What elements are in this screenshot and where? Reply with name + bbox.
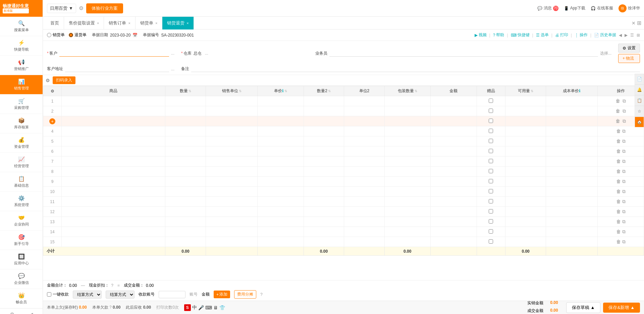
tab-sales-delivery-close[interactable]: × xyxy=(155,21,157,25)
gift-checkbox-14[interactable] xyxy=(489,229,493,234)
app-download-item[interactable]: 📱 App下载 xyxy=(564,5,585,11)
radio-sale-delivery[interactable]: 销货单 xyxy=(47,32,65,38)
unit-price-info-icon[interactable]: ℹ xyxy=(282,88,284,93)
unit2-cell-1[interactable] xyxy=(344,96,384,106)
delete-row-10-icon[interactable]: 🗑 xyxy=(616,189,621,194)
gift-checkbox-2[interactable] xyxy=(489,109,493,113)
view-list-icon[interactable]: ☰ xyxy=(630,33,634,38)
sales-unit-cell-3[interactable] xyxy=(206,116,258,126)
view-grid-icon[interactable]: ⊞ xyxy=(637,33,640,38)
calendar-icon[interactable]: 📅 xyxy=(132,33,138,38)
gift-cell-2[interactable] xyxy=(477,106,505,116)
unit-price-cell-2[interactable] xyxy=(258,106,304,116)
sidebar-item-marketing[interactable]: 📢 营销推广 xyxy=(0,56,43,75)
gift-checkbox-1[interactable] xyxy=(489,99,493,103)
delete-row-1-icon[interactable]: 🗑 xyxy=(615,98,620,104)
video-action[interactable]: ▶ 视频 xyxy=(475,32,487,38)
amount-cell-2[interactable] xyxy=(431,106,477,116)
sidebar-item-system[interactable]: ⚙️ 系统管理 xyxy=(0,192,43,211)
gift-checkbox-4[interactable] xyxy=(489,129,493,133)
quick-btn-star[interactable]: ☆ xyxy=(635,106,644,117)
tab-home[interactable]: 首页 xyxy=(46,17,64,29)
quick-btn-clip[interactable]: 📋 xyxy=(635,95,644,106)
gift-checkbox-15[interactable] xyxy=(489,239,493,244)
quick-btn-home[interactable]: 🏠 xyxy=(635,117,644,127)
delete-row-12-icon[interactable]: 🗑 xyxy=(616,209,621,214)
staff-placeholder[interactable]: 选择... xyxy=(600,51,611,56)
fee-split-btn[interactable]: 费用分摊 xyxy=(234,290,256,299)
cost-price-cell-3[interactable] xyxy=(546,116,598,126)
remark-input[interactable] xyxy=(191,66,640,72)
question-icon3[interactable]: ? xyxy=(109,305,112,310)
unit2-cell-3[interactable] xyxy=(344,116,384,126)
cost-price-cell-1[interactable] xyxy=(546,96,598,106)
delete-row-6-icon[interactable]: 🗑 xyxy=(616,148,621,154)
sidebar-item-finance[interactable]: 💰 资金管理 xyxy=(0,133,43,153)
scan-btn[interactable]: 扫码录入 xyxy=(53,76,75,84)
quick-btn-doc[interactable]: 📄 xyxy=(635,74,644,84)
copy-row-1-icon[interactable]: ⧉ xyxy=(623,98,626,104)
delete-row-7-icon[interactable]: 🗑 xyxy=(616,159,621,164)
tab-sales-return[interactable]: 销货退货 × xyxy=(162,17,194,29)
sidebar-item-search[interactable]: 🔍 搜索菜单 xyxy=(0,17,43,36)
product-cell-2[interactable] xyxy=(62,106,165,116)
quick-btn-bell[interactable]: 🔔 xyxy=(635,84,644,95)
delete-row-3-icon[interactable]: 🗑 xyxy=(615,118,620,124)
tab-sales-order[interactable]: 销售订单 × xyxy=(104,17,135,29)
gift-cell-1[interactable] xyxy=(477,96,505,106)
history-prev-icon[interactable]: ◀ xyxy=(619,33,622,38)
tab-price-setting[interactable]: 售价提取设置 × xyxy=(64,17,104,29)
cost-price-info-icon[interactable]: ℹ xyxy=(579,88,581,93)
delete-row-13-icon[interactable]: 🗑 xyxy=(616,219,621,224)
account-ellipsis[interactable]: 账号 xyxy=(190,292,198,297)
gift-checkbox-5[interactable] xyxy=(489,139,493,143)
table-container[interactable]: ⚙ 商品 数量⇅ 销售单位⇅ 单价ℹ⇅ 数量2⇅ 单位2 包装数量⇅ 金额 赠品… xyxy=(43,86,644,280)
fee-help-icon[interactable]: ? xyxy=(260,292,263,297)
copy-row-4-icon[interactable]: ⧉ xyxy=(622,128,626,134)
available-cell-3[interactable] xyxy=(505,116,546,126)
gift-checkbox-12[interactable] xyxy=(489,209,493,213)
sidebar-item-member[interactable]: 👑 畅会员 xyxy=(0,289,43,308)
sidebar-item-inventory[interactable]: 📦 库存核算 xyxy=(0,114,43,133)
account-input[interactable] xyxy=(159,291,185,298)
history-action[interactable]: 📄 历史单据 xyxy=(594,32,616,38)
product-cell-1[interactable] xyxy=(62,96,165,106)
gift-cell-3[interactable] xyxy=(477,116,505,126)
copy-row-2-icon[interactable]: ⧉ xyxy=(623,108,626,114)
save-new-btn[interactable]: 保存&新增 ▲ xyxy=(603,303,640,313)
logistics-btn[interactable]: + 物流 xyxy=(618,54,640,63)
product-input-3[interactable] xyxy=(64,119,163,124)
sidebar-item-operations[interactable]: 📈 经营管理 xyxy=(0,153,43,172)
gear-icon[interactable]: ⚙ xyxy=(51,89,54,93)
warehouse-ellipsis[interactable]: ... xyxy=(205,51,208,56)
history-next-icon[interactable]: ▶ xyxy=(625,33,628,38)
industry-dropdown[interactable]: 日用百货 ▼ xyxy=(47,4,76,13)
copy-row-5-icon[interactable]: ⧉ xyxy=(622,138,626,144)
print-action[interactable]: 🖨 打印 xyxy=(555,32,568,38)
radio-input-return[interactable] xyxy=(69,33,73,37)
tab-sales-delivery[interactable]: 销货单 × xyxy=(136,17,162,29)
sales-unit-sort[interactable]: ⇅ xyxy=(239,89,241,93)
unit-price-cell-3[interactable] xyxy=(258,116,304,126)
gift-checkbox-6[interactable] xyxy=(489,149,493,153)
delete-row-9-icon[interactable]: 🗑 xyxy=(616,179,621,184)
gift-checkbox-10[interactable] xyxy=(489,189,493,193)
add-row-btn[interactable]: + xyxy=(49,118,55,124)
calc-method-select[interactable]: 结算方式 xyxy=(73,291,102,299)
quantity-cell-2[interactable] xyxy=(165,106,206,116)
amount-cell-1[interactable] xyxy=(431,96,477,106)
message-item[interactable]: 💬 消息 70 xyxy=(537,5,558,11)
online-service-item[interactable]: 🎧 在线客服 xyxy=(591,5,613,11)
radio-input-sale[interactable] xyxy=(47,33,51,37)
settings-btn[interactable]: ⚙ 设置 xyxy=(618,44,640,53)
help-action[interactable]: ? 帮助 xyxy=(493,32,504,38)
sidebar-item-sales[interactable]: 📊 销售管理 xyxy=(0,75,43,95)
radio-sale-return[interactable]: 退货单 xyxy=(69,32,87,38)
collapse-icon[interactable]: ◀ xyxy=(29,311,33,314)
close-all-tabs-icon[interactable]: ✕ xyxy=(632,20,636,26)
tab-sales-order-close[interactable]: × xyxy=(128,21,130,25)
calc-method2-select[interactable]: 结算方式 xyxy=(106,291,135,299)
delete-row-2-icon[interactable]: 🗑 xyxy=(615,108,620,114)
amount-cell-3[interactable] xyxy=(431,116,477,126)
available-cell-1[interactable] xyxy=(505,96,546,106)
